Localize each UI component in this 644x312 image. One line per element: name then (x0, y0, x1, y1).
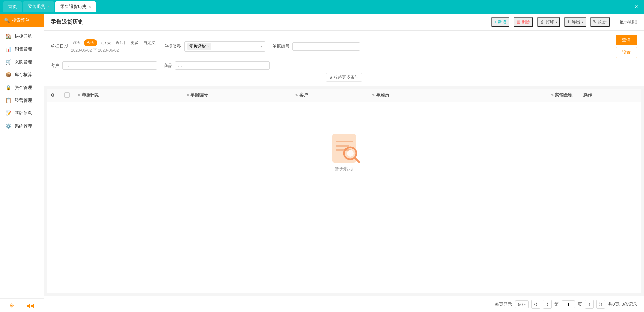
sort-icon-cust: ⇅ (295, 94, 298, 97)
th-voucher-date-label: 单据日期 (82, 92, 99, 97)
settings-icon: ⚙ (51, 93, 55, 98)
filter-voucher-date: 单据日期 昨天 今天 近7天 近1月 更多 自定义 2023-06-02 至 2… (51, 39, 157, 53)
sidebar: 🔍 搜索菜单 🏠 快捷导航 📊 销售管理 🛒 采购管理 📦 库存核算 🔒 (0, 14, 44, 312)
system-icon: ⚙️ (5, 123, 12, 129)
empty-state-row: 暂无数据 (47, 102, 641, 200)
export-button[interactable]: ⬆ 导出 ▾ (564, 17, 587, 27)
search-menu-button[interactable]: 🔍 搜索菜单 (0, 14, 44, 27)
th-actions: 操作 (579, 89, 641, 102)
voucher-type-label: 单据类型 (164, 43, 182, 49)
page-last-button[interactable]: ⟩⟩ (596, 300, 605, 309)
query-button[interactable]: 查询 (616, 35, 637, 45)
customer-label: 客户 (51, 63, 59, 69)
page-next-button[interactable]: ⟩ (585, 300, 594, 309)
voucher-no-label: 单据编号 (272, 43, 290, 49)
inventory-icon: 📦 (5, 72, 12, 78)
date-btn-today[interactable]: 今天 (84, 39, 97, 46)
show-detail-checkbox[interactable] (614, 20, 618, 24)
th-voucher-date[interactable]: ⇅ 单据日期 (74, 89, 183, 102)
tab-retail-return-history[interactable]: 零售退货历史 × (55, 1, 95, 12)
th-guide[interactable]: ⇅ 导购员 (368, 89, 460, 102)
delete-button[interactable]: 🗑 删除 (514, 17, 533, 27)
date-btn-1month[interactable]: 近1月 (114, 39, 128, 46)
new-button[interactable]: + 新增 (491, 17, 509, 27)
th-settings[interactable]: ⚙ (47, 89, 60, 102)
sidebar-item-inventory[interactable]: 📦 库存核算 (0, 68, 44, 81)
sidebar-item-basic-info[interactable]: 📝 基础信息 (0, 107, 44, 120)
tab-home[interactable]: 首页 (3, 1, 22, 12)
tab-retail-return-label: 零售退货 (28, 4, 45, 10)
page-size-select[interactable]: 50 ▾ (515, 300, 529, 308)
page-label-before: 第 (554, 301, 559, 307)
tab-retail-return-close[interactable]: × (47, 5, 49, 9)
page-prev-button[interactable]: ⟨ (543, 300, 552, 309)
tab-retail-return[interactable]: 零售退货 × (23, 1, 54, 12)
collapse-button[interactable]: ∧ 收起更多条件 (326, 73, 362, 82)
sidebar-item-operation-mgmt[interactable]: 📋 经营管理 (0, 94, 44, 107)
refresh-button-label: ↻ 刷新 (593, 19, 607, 25)
total-label: 共0页, 0条记录 (608, 301, 637, 307)
voucher-no-input[interactable] (292, 42, 360, 51)
th-voucher-no[interactable]: ⇅ 单据编号 (183, 89, 291, 102)
th-check[interactable] (60, 89, 74, 102)
date-buttons: 昨天 今天 近7天 近1月 更多 自定义 (71, 39, 157, 46)
show-detail-area: 显示明细 (614, 19, 637, 25)
filter-settings-button[interactable]: 设置 (616, 47, 637, 58)
filter-voucher-no: 单据编号 (272, 42, 360, 51)
sidebar-item-purchase-mgmt[interactable]: 🛒 采购管理 (0, 55, 44, 68)
page-first-button[interactable]: ⟨⟨ (531, 300, 540, 309)
th-voucher-no-label: 单据编号 (190, 92, 208, 97)
tab-bar: 首页 零售退货 × 零售退货历史 × × (0, 0, 644, 14)
sidebar-item-quick-nav[interactable]: 🏠 快捷导航 (0, 30, 44, 43)
sort-icon-amount: ⇅ (551, 94, 554, 97)
finance-icon: 🔒 (5, 85, 12, 91)
nav-finance-mgmt-label: 资金管理 (15, 85, 32, 91)
close-window-button[interactable]: × (631, 3, 641, 10)
print-button[interactable]: 🖨 打印 ▾ (537, 17, 560, 27)
sales-icon: 📊 (5, 46, 12, 52)
page-header: 零售退货历史 + 新增 🗑 删除 🖨 打印 ▾ ⬆ 导出 ▾ ↻ 刷新 (44, 14, 644, 31)
nav-operation-mgmt-label: 经营管理 (15, 97, 32, 104)
nav-system-mgmt-label: 系统管理 (15, 123, 32, 129)
th-customer[interactable]: ⇅ 客户 (291, 89, 368, 102)
sidebar-item-system-mgmt[interactable]: ⚙️ 系统管理 (0, 120, 44, 133)
tab-retail-return-history-close[interactable]: × (89, 5, 91, 9)
refresh-button[interactable]: ↻ 刷新 (590, 17, 610, 27)
data-table: ⚙ ⇅ 单据日期 ⇅ 单据编号 (47, 89, 641, 199)
new-button-label: + 新增 (494, 19, 506, 25)
customer-input[interactable] (62, 61, 157, 70)
goods-input[interactable] (175, 61, 270, 70)
filter-voucher-type: 单据类型 零售退货 × ▾ (164, 41, 265, 52)
sidebar-toggle-button[interactable]: ◀◀ (26, 302, 34, 309)
th-amount[interactable]: ⇅ 实销金额 (460, 89, 579, 102)
sidebar-item-finance-mgmt[interactable]: 🔒 资金管理 (0, 81, 44, 94)
filter-row-1: 单据日期 昨天 今天 近7天 近1月 更多 自定义 2023-06-02 至 2… (51, 35, 637, 58)
date-btn-7days[interactable]: 近7天 (99, 39, 113, 46)
basic-info-icon: 📝 (5, 110, 12, 116)
svg-rect-1 (336, 141, 353, 142)
voucher-type-select[interactable]: 零售退货 × ▾ (184, 41, 265, 52)
nav-sales-mgmt-label: 销售管理 (15, 46, 32, 52)
nav-purchase-mgmt-label: 采购管理 (15, 59, 32, 65)
date-btn-more[interactable]: 更多 (129, 39, 140, 46)
svg-rect-2 (336, 145, 349, 147)
pagination-bar: 每页显示 50 ▾ ⟨⟨ ⟨ 第 1 页 ⟩ ⟩⟩ 共0页, 0条记录 (44, 296, 644, 312)
query-settings-col: 查询 设置 (616, 35, 637, 58)
per-page-value: 50 (518, 302, 523, 307)
tab-home-label: 首页 (8, 4, 17, 10)
date-range-display: 2023-06-02 至 2023-06-02 (71, 48, 157, 53)
date-btn-custom[interactable]: 自定义 (142, 39, 157, 46)
select-all-checkbox[interactable] (64, 92, 70, 98)
sidebar-item-sales-mgmt[interactable]: 📊 销售管理 (0, 43, 44, 55)
page-number-input[interactable]: 1 (562, 300, 575, 308)
show-detail-label: 显示明细 (620, 19, 637, 25)
voucher-type-tag-close[interactable]: × (207, 45, 209, 48)
main-layout: 🔍 搜索菜单 🏠 快捷导航 📊 销售管理 🛒 采购管理 📦 库存核算 🔒 (0, 14, 644, 312)
print-button-label: 🖨 打印 (540, 19, 554, 25)
sidebar-settings-button[interactable]: ⚙ (9, 302, 14, 309)
collapse-label: 收起更多条件 (334, 74, 358, 80)
operation-icon: 📋 (5, 97, 12, 104)
date-btn-yesterday[interactable]: 昨天 (71, 39, 82, 46)
query-button-label: 查询 (622, 37, 631, 42)
content-area: 零售退货历史 + 新增 🗑 删除 🖨 打印 ▾ ⬆ 导出 ▾ ↻ 刷新 (44, 14, 644, 312)
